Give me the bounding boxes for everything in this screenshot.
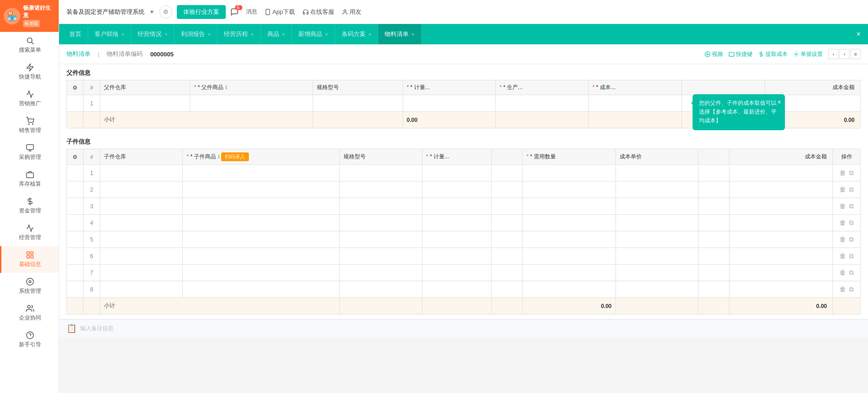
- view-link[interactable]: 视频: [705, 50, 723, 58]
- nav-arrows: ‹ › ≡: [828, 49, 861, 59]
- tab-barcode-close[interactable]: ×: [368, 31, 371, 37]
- sidebar-logo: 🏪 畅康诸好生意 标准版: [0, 0, 59, 32]
- tab-bom-close[interactable]: ×: [411, 31, 414, 37]
- sidebar-label-search: 搜索菜单: [19, 46, 41, 54]
- copy-icon-row2[interactable]: ⧉: [848, 186, 855, 193]
- tab-newproduct[interactable]: 新增商品 ×: [292, 24, 335, 44]
- sidebar-item-system[interactable]: 系统管理: [0, 273, 59, 300]
- sidebar-item-basicinfo[interactable]: 基础信息: [0, 246, 59, 273]
- sidebar-label-system: 系统管理: [19, 287, 41, 295]
- cost-link[interactable]: 提取成本: [758, 50, 788, 58]
- header-actions: 视频 快捷键 提取成本 单据设置 ‹: [705, 49, 861, 59]
- parent-subtotal-gear: [67, 112, 84, 128]
- tab-profit-close[interactable]: ×: [208, 31, 211, 37]
- list-btn[interactable]: ≡: [850, 49, 861, 59]
- prev-btn[interactable]: ‹: [828, 49, 838, 59]
- tab-bom[interactable]: 物料清单 ×: [378, 24, 421, 44]
- delete-icon-row1[interactable]: 🗑: [838, 169, 847, 176]
- sidebar-item-search[interactable]: 搜索菜单: [0, 32, 59, 59]
- app-subtitle: 标准版: [23, 20, 40, 27]
- settings-icon[interactable]: ⚙: [159, 6, 172, 18]
- sidebar-item-inventory[interactable]: 库存核算: [0, 166, 59, 193]
- content-area: 物料清单 | 物料清单编码 0000005 视频 快捷键 提取成本: [59, 44, 868, 393]
- delete-icon-row7[interactable]: 🗑: [838, 269, 847, 276]
- svg-rect-10: [27, 252, 29, 254]
- nav-close-all[interactable]: ×: [853, 30, 864, 38]
- sidebar-label-purchase: 采购管理: [19, 153, 41, 161]
- tab-customer-close[interactable]: ×: [121, 31, 124, 37]
- parent-section-title: 父件信息: [59, 64, 868, 80]
- tab-barcode[interactable]: 条码方案 ×: [335, 24, 378, 44]
- copy-icon-row1[interactable]: ⧉: [848, 169, 855, 176]
- tab-customer[interactable]: 客户联络 ×: [88, 24, 131, 44]
- copy-icon-row7[interactable]: ⧉: [848, 269, 855, 276]
- child-th-op: 操作: [833, 149, 861, 165]
- tab-product-close[interactable]: ×: [282, 31, 285, 37]
- sidebar-item-purchase[interactable]: 采购管理: [0, 139, 59, 166]
- app-download-link[interactable]: App下载: [265, 8, 295, 16]
- child-th-extra: [492, 149, 523, 165]
- breadcrumb-sep: |: [98, 51, 99, 58]
- sidebar-item-finance[interactable]: 资金管理: [0, 193, 59, 219]
- child-th-gear[interactable]: ⚙: [67, 149, 84, 165]
- sidebar-item-sales[interactable]: 销售管理: [0, 112, 59, 139]
- sidebar-label-quicknav: 快捷导航: [19, 73, 41, 81]
- parent-row1-warehouse[interactable]: [100, 95, 190, 112]
- copy-icon-row6[interactable]: ⧉: [848, 252, 855, 260]
- tab-history-label: 经营历程: [224, 30, 248, 38]
- parent-row1-mfr[interactable]: [496, 95, 589, 112]
- app-name: 畅康诸好生意: [23, 5, 55, 19]
- tab-home[interactable]: 首页: [63, 24, 88, 44]
- tab-product[interactable]: 商品 ×: [261, 24, 292, 44]
- message-count: 6: [235, 5, 242, 10]
- child-th-spec: 规格型号: [339, 149, 422, 165]
- tab-history[interactable]: 经营历程 ×: [217, 24, 260, 44]
- tab-history-close[interactable]: ×: [251, 31, 253, 37]
- scan-button[interactable]: 扫码录入: [221, 152, 249, 161]
- delete-icon-row4[interactable]: 🗑: [838, 219, 847, 226]
- tab-operations[interactable]: 经营情况 ×: [131, 24, 174, 44]
- sidebar-item-enterprise[interactable]: 企业协同: [0, 300, 59, 326]
- sidebar-item-operations[interactable]: 经营管理: [0, 219, 59, 246]
- sidebar-item-marketing[interactable]: 营销推广: [0, 85, 59, 112]
- note-placeholder[interactable]: 输入备注信息: [80, 325, 114, 333]
- settings-link[interactable]: 单据设置: [793, 50, 823, 58]
- copy-icon-row3[interactable]: ⧉: [848, 202, 855, 210]
- shortcut-link[interactable]: 快捷键: [729, 50, 753, 58]
- tab-newproduct-close[interactable]: ×: [325, 31, 328, 37]
- trial-button[interactable]: 体验行业方案: [177, 5, 226, 19]
- sidebar-label-sales: 销售管理: [19, 127, 41, 134]
- breadcrumb-bom[interactable]: 物料清单: [66, 50, 90, 58]
- svg-rect-8: [27, 173, 34, 178]
- child-th-warehouse: 子件仓库: [100, 149, 183, 165]
- parent-th-spec: 规格型号: [313, 80, 403, 95]
- sidebar-item-quicknav[interactable]: 快捷导航: [0, 59, 59, 85]
- copy-icon-row5[interactable]: ⧉: [848, 236, 855, 243]
- delete-icon-row6[interactable]: 🗑: [838, 252, 847, 260]
- parent-th-gear[interactable]: ⚙: [67, 80, 84, 95]
- svg-point-15: [28, 305, 30, 308]
- delete-icon-row8[interactable]: 🗑: [838, 285, 847, 293]
- tab-profit[interactable]: 利润报告 ×: [175, 24, 217, 44]
- parent-row1-cost[interactable]: [589, 95, 681, 112]
- parent-row1-unit[interactable]: [403, 95, 495, 112]
- parent-row1-spec[interactable]: [313, 95, 403, 112]
- tooltip-close-icon[interactable]: ×: [778, 97, 781, 107]
- copy-icon-row4[interactable]: ⧉: [848, 219, 855, 226]
- next-btn[interactable]: ›: [839, 49, 850, 59]
- delete-icon-row3[interactable]: 🗑: [838, 202, 847, 210]
- sidebar-item-guide[interactable]: 新手引导: [0, 326, 59, 353]
- topbar-dropdown-icon[interactable]: ▼: [149, 9, 155, 15]
- tab-operations-close[interactable]: ×: [164, 31, 167, 37]
- logo-icon: 🏪: [4, 8, 20, 24]
- delete-icon-row5[interactable]: 🗑: [838, 236, 847, 243]
- tab-barcode-label: 条码方案: [342, 30, 366, 38]
- copy-icon-row8[interactable]: ⧉: [848, 285, 855, 293]
- svg-point-0: [27, 38, 32, 43]
- message-icon-wrap[interactable]: 6: [230, 8, 239, 16]
- parent-row1-product[interactable]: [190, 95, 313, 112]
- parent-th-cost: * * 成本...: [589, 80, 681, 95]
- online-service-link[interactable]: 在线客服: [302, 8, 334, 16]
- delete-icon-row2[interactable]: 🗑: [838, 186, 847, 193]
- user-link[interactable]: 用友: [342, 8, 362, 16]
